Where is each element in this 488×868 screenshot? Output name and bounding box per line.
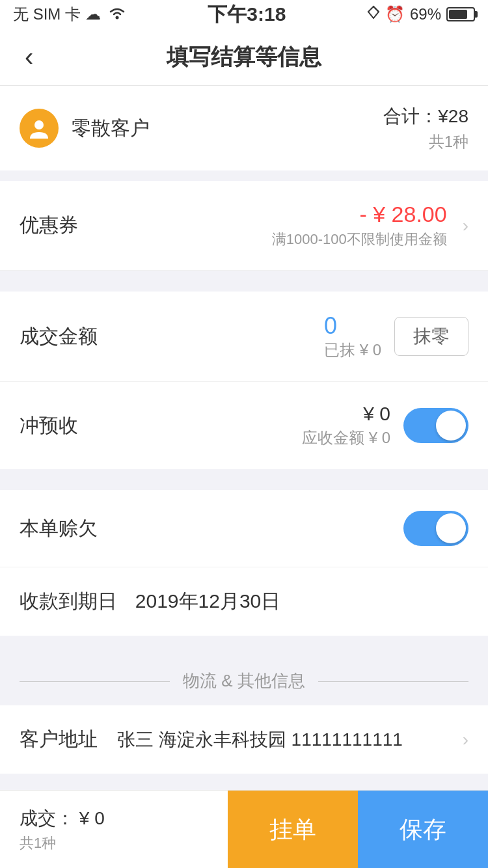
battery-percentage: 69% (410, 5, 441, 23)
address-row[interactable]: 客户地址 张三 海淀永丰科技园 11111111111 › (0, 705, 488, 774)
coupon-chevron-icon: › (463, 215, 468, 236)
due-date-label: 收款到期日 (20, 590, 117, 612)
debt-toggle[interactable] (403, 511, 468, 546)
round-button[interactable]: 抹零 (394, 317, 468, 356)
prepay-main-value: ¥ 0 (302, 403, 390, 425)
coupon-desc: 满1000-100不限制使用金额 (272, 230, 447, 249)
content: 零散客户 合计：¥28 共1种 优惠券 - ¥ 28.00 满1000-100不… (0, 86, 488, 868)
prepay-amounts: ¥ 0 应收金额 ¥ 0 (302, 403, 390, 448)
bottom-bar: 成交： ¥ 0 共1种 挂单 保存 (0, 790, 488, 868)
transaction-right: 0 已抹 ¥ 0 抹零 (324, 312, 468, 360)
debt-section: 本单赊欠 收款到期日 2019年12月30日 (0, 490, 488, 636)
nav-bar: ‹ 填写结算等信息 (0, 29, 488, 86)
no-sim-text: 无 SIM 卡 ☁ (13, 4, 101, 25)
debt-label: 本单赊欠 (20, 515, 98, 542)
separator-1 (0, 281, 488, 292)
svg-point-0 (115, 16, 118, 20)
debt-row: 本单赊欠 (0, 490, 488, 567)
due-date-row: 收款到期日 2019年12月30日 (0, 567, 488, 636)
coupon-value: - ¥ 28.00 (272, 202, 447, 227)
back-button[interactable]: ‹ (18, 36, 40, 78)
bottom-actions: 挂单 保存 (228, 791, 488, 868)
toggle-knob (436, 411, 466, 441)
transaction-label: 成交金额 (20, 323, 98, 350)
location-icon (367, 5, 380, 23)
coupon-section[interactable]: 优惠券 - ¥ 28.00 满1000-100不限制使用金额 › (0, 181, 488, 271)
due-date-value: 2019年12月30日 (135, 590, 280, 612)
customer-row: 零散客户 合计：¥28 共1种 (0, 86, 488, 170)
bottom-count-label: 共1种 (20, 834, 208, 853)
address-chevron-icon: › (463, 729, 468, 750)
bottom-left: 成交： ¥ 0 共1种 (0, 791, 228, 868)
separator-2 (0, 480, 488, 490)
coupon-right: - ¥ 28.00 满1000-100不限制使用金额 › (272, 202, 468, 249)
prepay-label: 冲预收 (20, 413, 78, 439)
avatar (20, 109, 59, 148)
address-value: 张三 海淀永丰科技园 11111111111 (117, 727, 456, 752)
bottom-deal-label: 成交： ¥ 0 (20, 806, 208, 831)
logistics-divider: 物流 & 其他信息 (0, 657, 488, 705)
prepay-toggle[interactable] (403, 408, 468, 443)
transaction-value: 0 (324, 312, 381, 340)
status-time: 下午3:18 (208, 1, 286, 28)
page-title: 填写结算等信息 (167, 42, 321, 72)
battery-icon (446, 7, 475, 21)
wifi-icon (107, 5, 127, 23)
total-price: 合计：¥28 (383, 104, 468, 129)
customer-section: 零散客户 合计：¥28 共1种 (0, 86, 488, 170)
transaction-section: 成交金额 0 已抹 ¥ 0 抹零 冲预收 ¥ 0 应收金额 ¥ 0 (0, 292, 488, 469)
transaction-sub: 已抹 ¥ 0 (324, 340, 381, 360)
status-right: ⏰ 69% (367, 5, 475, 23)
prepay-right: ¥ 0 应收金额 ¥ 0 (302, 403, 468, 448)
coupon-label: 优惠券 (20, 212, 78, 239)
logistics-label: 物流 & 其他信息 (170, 670, 318, 692)
debt-toggle-knob (436, 513, 466, 543)
address-label: 客户地址 (20, 726, 98, 753)
prepay-sub-value: 应收金额 ¥ 0 (302, 427, 390, 448)
separator-3 (0, 646, 488, 657)
transaction-row: 成交金额 0 已抹 ¥ 0 抹零 (0, 292, 488, 382)
customer-left: 零散客户 (20, 109, 150, 148)
customer-right: 合计：¥28 共1种 (383, 104, 468, 152)
customer-name: 零散客户 (72, 115, 150, 142)
address-section[interactable]: 客户地址 张三 海淀永丰科技园 11111111111 › (0, 705, 488, 774)
status-left: 无 SIM 卡 ☁ (13, 4, 127, 25)
pending-button[interactable]: 挂单 (228, 791, 358, 868)
svg-point-1 (34, 120, 44, 129)
coupon-row[interactable]: 优惠券 - ¥ 28.00 满1000-100不限制使用金额 › (0, 181, 488, 271)
alarm-icon: ⏰ (385, 5, 405, 23)
save-button[interactable]: 保存 (358, 791, 488, 868)
prepay-row: 冲预收 ¥ 0 应收金额 ¥ 0 (0, 382, 488, 469)
status-bar: 无 SIM 卡 ☁ 下午3:18 ⏰ 69% (0, 0, 488, 29)
total-count: 共1种 (383, 131, 468, 152)
